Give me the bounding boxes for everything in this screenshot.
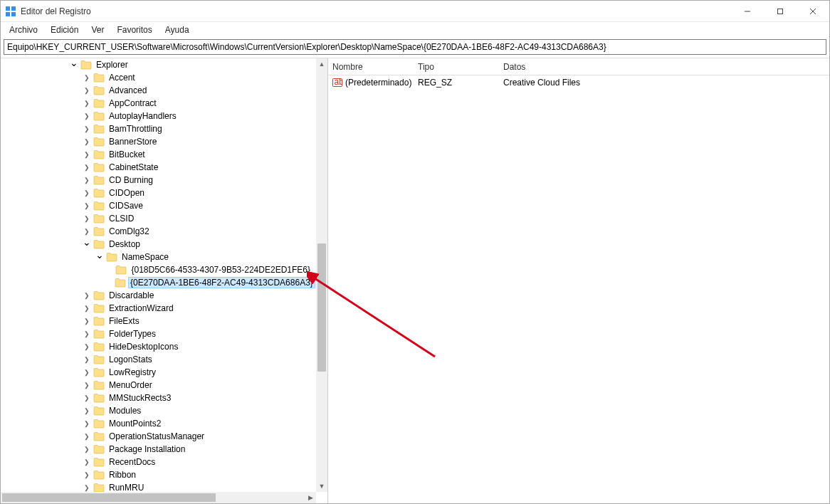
tree-node[interactable]: ❯ FileExts [1, 315, 316, 327]
tree-node[interactable]: ❯ Modules [1, 404, 316, 417]
tree-node-label: BamThrottling [107, 124, 164, 134]
expand-toggle-icon[interactable]: ❯ [107, 266, 114, 273]
window-title: Editor del Registro [21, 6, 731, 16]
title-bar: Editor del Registro [1, 1, 829, 22]
expand-toggle-icon[interactable]: ⌄ [82, 236, 92, 248]
expand-toggle-icon[interactable]: ❯ [82, 177, 92, 184]
tree-node[interactable]: ❯ {0E270DAA-1BE6-48F2-AC49-4313CDA686A3} [1, 276, 316, 289]
tree-node-label: {0E270DAA-1BE6-48F2-AC49-4313CDA686A3} [129, 278, 315, 288]
scroll-thumb-horizontal[interactable] [2, 493, 216, 502]
expand-toggle-icon[interactable]: ❯ [82, 74, 92, 81]
expand-toggle-icon[interactable]: ❯ [82, 407, 92, 414]
minimize-button[interactable] [731, 1, 764, 21]
col-datos[interactable]: Datos [499, 58, 829, 75]
tree-node[interactable]: ❯ OperationStatusManager [1, 430, 316, 443]
tree-node[interactable]: ❯ LowRegistry [1, 366, 316, 379]
tree-node[interactable]: ⌄ NameSpace [1, 251, 316, 263]
tree-node[interactable]: ❯ MountPoints2 [1, 417, 316, 430]
scroll-down-icon[interactable]: ▼ [316, 481, 327, 492]
expand-toggle-icon[interactable]: ❯ [82, 151, 92, 158]
tree-node[interactable]: ❯ CIDOpen [1, 187, 316, 199]
scroll-up-icon[interactable]: ▲ [316, 58, 327, 70]
expand-toggle-icon[interactable]: ⌄ [69, 58, 79, 68]
tree-node[interactable]: ❯ Package Installation [1, 443, 316, 456]
scroll-thumb-vertical[interactable] [317, 243, 326, 372]
expand-toggle-icon[interactable]: ❯ [82, 305, 92, 312]
tree-node[interactable]: ❯ CLSID [1, 212, 316, 225]
expand-toggle-icon[interactable]: ❯ [82, 317, 92, 325]
tree-node[interactable]: ❯ HideDesktopIcons [1, 340, 316, 353]
tree-node[interactable]: ❯ CabinetState [1, 161, 316, 174]
menu-ayuda[interactable]: Ayuda [159, 23, 195, 36]
expand-toggle-icon[interactable]: ❯ [82, 189, 92, 196]
expand-toggle-icon[interactable]: ❯ [82, 471, 92, 478]
expand-toggle-icon[interactable]: ❯ [82, 138, 92, 145]
expand-toggle-icon[interactable]: ❯ [82, 330, 92, 337]
expand-toggle-icon[interactable]: ❯ [82, 112, 92, 120]
tree-node[interactable]: ❯ ComDlg32 [1, 225, 316, 238]
tree-horizontal-scrollbar[interactable]: ◀ ▶ [1, 492, 316, 503]
expand-toggle-icon[interactable]: ❯ [82, 458, 92, 466]
tree-node-label: Package Installation [107, 444, 187, 454]
expand-toggle-icon[interactable]: ❯ [82, 356, 92, 363]
expand-toggle-icon[interactable]: ❯ [82, 433, 92, 440]
tree-node[interactable]: ❯ ExtractionWizard [1, 302, 316, 315]
expand-toggle-icon[interactable]: ❯ [82, 292, 92, 299]
expand-toggle-icon[interactable]: ⌄ [95, 249, 105, 261]
expand-toggle-icon[interactable]: ❯ [82, 87, 92, 94]
tree-node-label: MenuOrder [107, 380, 154, 390]
menu-edicion[interactable]: Edición [45, 23, 84, 36]
address-bar[interactable] [4, 39, 826, 55]
tree-node[interactable]: ❯ BitBucket [1, 148, 316, 161]
expand-toggle-icon[interactable]: ❯ [82, 164, 92, 171]
expand-toggle-icon[interactable]: ❯ [82, 446, 92, 453]
expand-toggle-icon[interactable]: ❯ [82, 100, 92, 107]
tree-node[interactable]: ❯ CD Burning [1, 174, 316, 187]
expand-toggle-icon[interactable]: ❯ [82, 343, 92, 350]
address-input[interactable] [7, 42, 823, 52]
tree-node[interactable]: ❯ BannerStore [1, 135, 316, 148]
value-row[interactable]: ab (Predeterminado) REG_SZ Creative Clou… [328, 75, 829, 90]
tree-node[interactable]: ❯ CIDSave [1, 199, 316, 212]
value-type: REG_SZ [414, 78, 499, 88]
tree-node[interactable]: ❯ AutoplayHandlers [1, 110, 316, 122]
tree-node[interactable]: ❯ Accent [1, 71, 316, 84]
col-nombre[interactable]: Nombre [328, 58, 414, 75]
tree-node[interactable]: ❯ MMStuckRects3 [1, 392, 316, 404]
expand-toggle-icon[interactable]: ❯ [82, 228, 92, 235]
scroll-right-icon[interactable]: ▶ [305, 492, 316, 503]
expand-toggle-icon[interactable]: ❯ [82, 382, 92, 389]
menu-ver[interactable]: Ver [85, 23, 110, 36]
tree-node[interactable]: ❯ BamThrottling [1, 122, 316, 135]
menu-archivo[interactable]: Archivo [4, 23, 43, 36]
maximize-button[interactable] [764, 1, 797, 21]
expand-toggle-icon[interactable]: ❯ [82, 125, 92, 132]
tree-node-label: MountPoints2 [107, 419, 162, 429]
tree-node[interactable]: ❯ LogonStats [1, 353, 316, 366]
tree-node[interactable]: ⌄ Desktop [1, 238, 316, 251]
tree-node[interactable]: ❯ FolderTypes [1, 327, 316, 340]
expand-toggle-icon[interactable]: ❯ [82, 484, 92, 491]
expand-toggle-icon[interactable]: ❯ [82, 394, 92, 401]
tree-node[interactable]: ❯ {018D5C66-4533-4307-9B53-224DE2ED1FE6} [1, 263, 316, 276]
expand-toggle-icon[interactable]: ❯ [107, 279, 113, 286]
close-button[interactable] [797, 1, 829, 21]
expand-toggle-icon[interactable]: ❯ [82, 215, 92, 222]
tree-vertical-scrollbar[interactable]: ▲ ▼ [316, 58, 327, 492]
tree-node[interactable]: ❯ MenuOrder [1, 379, 316, 392]
tree-node[interactable]: ❯ RecentDocs [1, 456, 316, 468]
tree-node-label: RunMRU [107, 483, 145, 493]
tree-node[interactable]: ❯ Advanced [1, 84, 316, 97]
tree-node[interactable]: ❯ Ribbon [1, 468, 316, 481]
menu-favoritos[interactable]: Favoritos [111, 23, 157, 36]
expand-toggle-icon[interactable]: ❯ [82, 369, 92, 376]
main-area: ⌄ Explorer ❯ Accent ❯ Advanced ❯ AppCont… [1, 58, 829, 503]
tree-node[interactable]: ⌄ Explorer [1, 58, 316, 71]
expand-toggle-icon[interactable]: ❯ [82, 420, 92, 427]
value-name-cell: ab (Predeterminado) [328, 78, 414, 88]
col-tipo[interactable]: Tipo [414, 58, 499, 75]
tree-node[interactable]: ❯ AppContract [1, 97, 316, 110]
tree-node[interactable]: ❯ Discardable [1, 289, 316, 302]
expand-toggle-icon[interactable]: ❯ [82, 202, 92, 209]
tree-view[interactable]: ⌄ Explorer ❯ Accent ❯ Advanced ❯ AppCont… [1, 58, 316, 503]
